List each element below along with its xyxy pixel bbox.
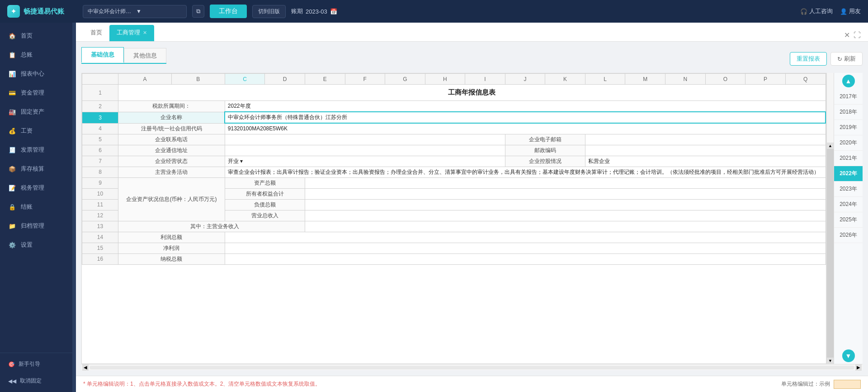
year-down-button[interactable]: ▼	[842, 349, 855, 362]
sidebar-label-settings: 设置	[21, 241, 33, 249]
tab-home[interactable]: 首页	[83, 25, 109, 41]
sidebar-item-stock[interactable]: 📦 库存核算	[0, 159, 76, 178]
year-item-2026[interactable]: 2026年	[834, 228, 863, 243]
sidebar-item-report[interactable]: 📊 报表中心	[0, 64, 76, 83]
year-item-2017[interactable]: 2017年	[834, 89, 863, 105]
sidebar-item-home[interactable]: 🏠 首页	[0, 26, 76, 45]
profit-value[interactable]	[225, 232, 826, 243]
col-g[interactable]: G	[385, 74, 425, 85]
sidebar-item-invoice[interactable]: 🧾 发票管理	[0, 140, 76, 159]
col-n[interactable]: N	[665, 74, 706, 85]
home-icon: 🏠	[8, 32, 16, 40]
tab-close-icon[interactable]: ✕	[143, 30, 147, 36]
sidebar-item-wage[interactable]: 💰 工资	[0, 121, 76, 140]
user-menu[interactable]: 👤 用友	[840, 7, 861, 15]
table-row: 1 工商年报信息表	[82, 85, 826, 101]
newguide-label: 新手引导	[19, 360, 40, 368]
year-item-2022[interactable]: 2022年	[834, 166, 863, 182]
copy-button[interactable]: ⧉	[192, 5, 204, 18]
year-item-2021[interactable]: 2021年	[834, 151, 863, 166]
col-l[interactable]: L	[585, 74, 625, 85]
sidebar-item-fund[interactable]: 💳 资金管理	[0, 83, 76, 102]
panel-expand-icon[interactable]: ⛶	[854, 31, 861, 39]
col-e[interactable]: E	[305, 74, 345, 85]
spreadsheet[interactable]: A B C D E F G H I J K L	[81, 73, 826, 364]
status-value[interactable]: 开业 ▾	[225, 156, 505, 167]
hscroll-left[interactable]: ◀	[82, 364, 89, 371]
period-value-cell[interactable]: 2022年度	[225, 101, 826, 112]
year-item-2019[interactable]: 2019年	[834, 120, 863, 135]
net-profit-value[interactable]	[225, 243, 826, 253]
company-selector[interactable]: 中审众环会计师事务所（特殊普通合伙... ▼	[83, 5, 187, 18]
sidebar-label-asset: 固定资产	[21, 108, 44, 116]
reset-button[interactable]: 重置报表	[790, 52, 827, 66]
debt-value[interactable]	[305, 199, 826, 210]
col-c[interactable]: C	[225, 74, 265, 85]
col-k[interactable]: K	[545, 74, 585, 85]
calendar-icon[interactable]: 📅	[330, 8, 337, 15]
vscroll-up[interactable]: ▲	[827, 143, 834, 149]
col-j[interactable]: J	[505, 74, 545, 85]
email-value[interactable]	[585, 134, 826, 145]
col-m[interactable]: M	[625, 74, 665, 85]
close-account-icon: 🔒	[8, 203, 16, 211]
service-button[interactable]: 🎧 人工咨询	[800, 7, 833, 15]
sidebar-item-close[interactable]: 🔒 结账	[0, 197, 76, 216]
sidebar-item-archive[interactable]: 📁 归档管理	[0, 216, 76, 235]
table-row: 6 企业通信地址 邮政编码	[82, 145, 826, 156]
refresh-button[interactable]: ↻ 刷新	[830, 52, 863, 66]
sub-tab-basic[interactable]: 基础信息	[81, 47, 124, 63]
col-a[interactable]: A	[118, 74, 172, 85]
unpin-icon: ◀◀	[8, 378, 16, 384]
year-item-2023[interactable]: 2023年	[834, 182, 863, 197]
postal-value[interactable]	[585, 145, 826, 156]
year-item-2020[interactable]: 2020年	[834, 135, 863, 151]
company-name-value[interactable]: 中审众环会计师事务所（特殊普通合伙）江苏分所	[225, 112, 826, 123]
year-item-2018[interactable]: 2018年	[834, 105, 863, 120]
col-o[interactable]: O	[705, 74, 745, 85]
sidebar-item-unpin[interactable]: ◀◀ 取消固定	[4, 373, 72, 388]
col-b[interactable]: B	[171, 74, 225, 85]
col-h[interactable]: H	[425, 74, 465, 85]
phone-value[interactable]	[225, 134, 505, 145]
tax-total-value[interactable]	[225, 253, 826, 264]
ledger-icon: 📋	[8, 51, 16, 59]
hscroll-track[interactable]	[90, 366, 854, 369]
workbench-button[interactable]: 工作台	[210, 5, 247, 18]
total-assets-value[interactable]	[305, 177, 826, 188]
sub-tab-other[interactable]: 其他信息	[124, 48, 166, 63]
revenue-value[interactable]	[305, 210, 826, 221]
archive-icon: 📁	[8, 222, 16, 230]
col-f[interactable]: F	[345, 74, 385, 85]
old-version-button[interactable]: 切到旧版	[252, 5, 286, 18]
sidebar-item-ledger[interactable]: 📋 总账	[0, 45, 76, 64]
row-num: 15	[82, 243, 118, 253]
sidebar-item-asset[interactable]: 🏭 固定资产	[0, 102, 76, 121]
sidebar-item-settings[interactable]: ⚙️ 设置	[0, 235, 76, 254]
vscroll-down[interactable]: ▼	[827, 358, 834, 364]
business-value[interactable]: 审查企业会计报表；出具审计报告；验证企业资本；出具验资报告；办理企业合并、分立、…	[225, 167, 826, 177]
equity-value[interactable]	[305, 188, 826, 199]
year-item-2025[interactable]: 2025年	[834, 212, 863, 228]
h-scrollbar[interactable]: ◀ ▶	[81, 364, 863, 370]
col-p[interactable]: P	[745, 74, 786, 85]
year-panel-nav: ▲	[834, 73, 863, 89]
address-value[interactable]	[225, 145, 505, 156]
col-q[interactable]: Q	[785, 74, 826, 85]
reg-value[interactable]: 91320100MA208E5W6K	[225, 123, 826, 134]
main-revenue-value[interactable]	[305, 221, 826, 232]
year-up-button[interactable]: ▲	[842, 75, 855, 87]
col-i[interactable]: I	[465, 74, 505, 85]
assets-info-label: 企业资产状况信息(币种：人民币万元)	[118, 177, 225, 221]
tab-business[interactable]: 工商管理 ✕	[109, 25, 154, 41]
sub-tab-basic-label: 基础信息	[91, 51, 114, 58]
sidebar-label-archive: 归档管理	[21, 222, 44, 230]
sidebar-item-newguide[interactable]: 🎯 新手引导	[4, 357, 72, 372]
holding-value[interactable]: 私营企业	[585, 156, 826, 167]
table-row: 14 利润总额	[82, 232, 826, 243]
year-item-2024[interactable]: 2024年	[834, 197, 863, 212]
sidebar-item-tax[interactable]: 📝 税务管理	[0, 178, 76, 197]
hscroll-right[interactable]: ▶	[855, 364, 862, 371]
panel-close-icon[interactable]: ✕	[844, 31, 850, 39]
col-d[interactable]: D	[265, 74, 305, 85]
